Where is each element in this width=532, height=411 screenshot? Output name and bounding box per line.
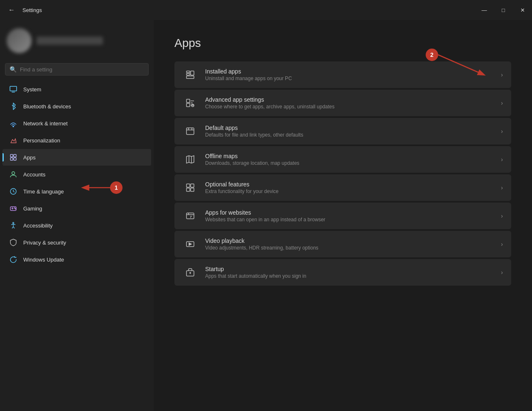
advanced-apps-text: Advanced app settings Choose where to ge… [205,96,493,110]
svg-rect-26 [186,184,190,187]
installed-apps-chevron: › [501,71,503,78]
apps-for-websites-text: Apps for websites Websites that can open… [205,209,493,223]
settings-item-advanced-apps[interactable]: Advanced app settings Choose where to ge… [174,90,511,116]
svg-rect-15 [186,71,190,73]
svg-rect-19 [186,99,190,103]
default-apps-chevron: › [501,128,503,135]
advanced-apps-chevron: › [501,100,503,106]
time-icon [9,187,17,196]
svg-point-12 [15,208,15,208]
svg-rect-28 [186,188,190,191]
svg-rect-17 [191,71,194,75]
settings-item-installed-apps[interactable]: Installed apps Uninstall and manage apps… [174,61,511,88]
main-content: Apps Installed apps Uninstall and manage… [154,20,532,411]
svg-rect-20 [186,103,190,107]
settings-item-apps-for-websites[interactable]: Apps for websites Websites that can open… [174,203,511,229]
apps-icon [9,153,17,161]
sidebar-item-time[interactable]: Time & language [2,183,151,200]
maximize-button[interactable]: □ [494,0,513,20]
default-apps-text: Default apps Defaults for file and link … [205,125,493,138]
startup-text: Startup Apps that start automatically wh… [205,266,493,279]
svg-point-2 [13,126,14,127]
svg-rect-18 [186,76,194,78]
svg-rect-16 [186,73,190,75]
svg-point-14 [13,223,14,224]
sidebar-item-gaming[interactable]: Gaming [2,200,151,217]
avatar [7,28,32,53]
app-title: Settings [22,7,42,13]
svg-rect-5 [10,158,13,160]
sidebar-label-time: Time & language [23,188,64,195]
installed-apps-title: Installed apps [205,68,493,75]
svg-rect-3 [10,154,13,157]
advanced-apps-desc: Choose where to get apps, archive apps, … [205,104,493,110]
svg-rect-30 [186,213,194,219]
page-title: Apps [174,37,511,50]
settings-item-default-apps[interactable]: Default apps Defaults for file and link … [174,118,511,144]
offline-maps-text: Offline maps Downloads, storage location… [205,153,493,166]
installed-apps-text: Installed apps Uninstall and manage apps… [205,68,493,81]
accessibility-icon [9,221,17,230]
sidebar-item-accounts[interactable]: Accounts [2,166,151,183]
optional-features-chevron: › [501,184,503,191]
svg-point-7 [12,172,15,175]
sidebar-item-network[interactable]: Network & internet [2,115,151,132]
optional-features-text: Optional features Extra functionality fo… [205,181,493,194]
advanced-apps-title: Advanced app settings [205,96,493,103]
apps-for-websites-desc: Websites that can open in an app instead… [205,217,493,223]
sidebar-item-system[interactable]: System [2,81,151,98]
sidebar-item-personalization[interactable]: Personalization [2,132,151,149]
close-button[interactable]: ✕ [513,0,532,20]
settings-item-video-playback[interactable]: Video playback Video adjustments, HDR st… [174,231,511,257]
sidebar-item-apps[interactable]: Apps [2,149,151,166]
startup-icon [183,265,198,280]
sidebar-label-apps: Apps [23,154,36,161]
video-playback-desc: Video adjustments, HDR streaming, batter… [205,245,493,251]
sidebar-label-system: System [23,86,41,93]
settings-item-optional-features[interactable]: Optional features Extra functionality fo… [174,174,511,201]
svg-rect-27 [191,184,194,187]
network-icon [9,119,17,127]
sidebar-item-accessibility[interactable]: Accessibility [2,217,151,234]
optional-features-icon [183,180,198,195]
sidebar-item-privacy[interactable]: Privacy & security [2,234,151,251]
sidebar-label-bluetooth: Bluetooth & devices [23,103,71,110]
offline-maps-title: Offline maps [205,153,493,159]
user-area [0,20,154,60]
back-button[interactable]: ← [5,3,18,17]
default-apps-desc: Defaults for file and link types, other … [205,132,493,138]
minimize-button[interactable]: — [475,0,494,20]
accounts-icon [9,170,17,179]
sidebar-label-gaming: Gaming [23,206,42,212]
search-box[interactable]: 🔍 [5,63,149,76]
apps-for-websites-chevron: › [501,213,503,219]
installed-apps-desc: Uninstall and manage apps on your PC [205,76,493,81]
settings-item-startup[interactable]: Startup Apps that start automatically wh… [174,259,511,286]
svg-rect-1 [12,92,15,93]
sidebar-label-personalization: Personalization [23,137,60,144]
sidebar-label-privacy: Privacy & security [23,240,66,246]
sidebar-item-update[interactable]: Windows Update [2,251,151,268]
svg-rect-22 [186,128,194,135]
svg-point-13 [15,208,16,209]
video-playback-icon [183,237,198,252]
optional-features-desc: Extra functionality for your device [205,188,493,194]
update-icon [9,255,17,264]
installed-apps-icon [183,67,198,82]
svg-rect-6 [14,158,16,160]
user-info [37,37,103,45]
bluetooth-icon [9,102,17,110]
default-apps-title: Default apps [205,125,493,131]
sidebar-item-bluetooth[interactable]: Bluetooth & devices [2,98,151,115]
startup-title: Startup [205,266,493,272]
offline-maps-desc: Downloads, storage location, map updates [205,160,493,166]
default-apps-icon [183,124,198,139]
startup-chevron: › [501,269,503,276]
sidebar-nav: System Bluetooth & devices Network & int… [0,81,154,268]
privacy-icon [9,238,17,247]
search-input[interactable] [20,66,144,73]
svg-marker-23 [186,156,194,163]
sidebar-label-accessibility: Accessibility [23,223,53,229]
settings-item-offline-maps[interactable]: Offline maps Downloads, storage location… [174,146,511,173]
advanced-apps-icon [183,95,198,110]
